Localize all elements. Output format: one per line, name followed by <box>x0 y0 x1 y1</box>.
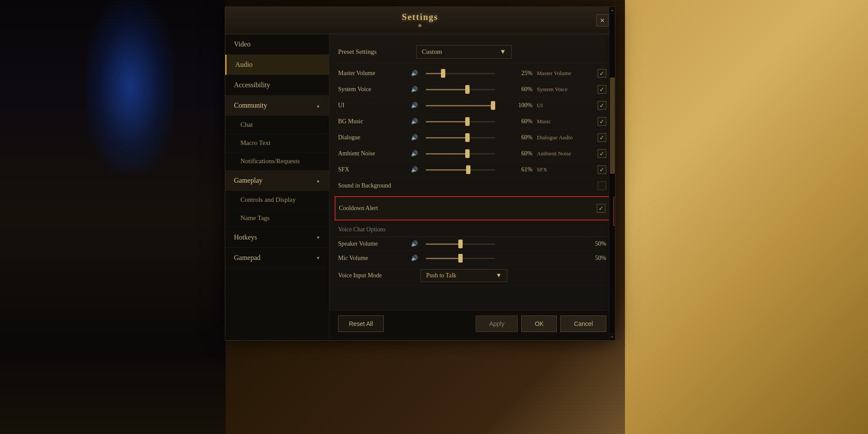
sidebar-accessibility-label: Accessibility <box>234 81 270 89</box>
system-voice-track[interactable] <box>426 89 495 90</box>
footer-right-buttons: Apply OK Cancel <box>476 316 606 332</box>
master-volume-slider-container[interactable] <box>426 73 506 74</box>
master-volume-icon: 🔊 <box>411 70 418 77</box>
cancel-button[interactable]: Cancel <box>560 316 606 332</box>
sfx-track[interactable] <box>426 169 495 171</box>
sfx-fill <box>426 169 468 171</box>
ui-volume-icon: 🔊 <box>411 102 418 109</box>
mic-thumb[interactable] <box>458 254 463 263</box>
footer: Reset All Apply OK Cancel <box>329 310 615 337</box>
ambient-slider-container[interactable] <box>426 153 506 155</box>
dialogue-track[interactable] <box>426 137 495 138</box>
preset-settings-label: Preset Settings <box>338 48 416 56</box>
reset-all-button[interactable]: Reset All <box>338 316 384 332</box>
scroll-down-arrow[interactable]: ▼ <box>609 333 615 340</box>
sidebar: Video Audio Accessibility Community ▲ Ch… <box>225 34 329 337</box>
setting-row-bg-music: BG Music 🔊 60% Music ✓ <box>338 114 606 130</box>
sound-bg-checkbox[interactable] <box>598 181 606 190</box>
sidebar-item-audio[interactable]: Audio <box>225 55 329 75</box>
sidebar-item-hotkeys[interactable]: Hotkeys ▼ <box>225 227 329 248</box>
bg-music-percent: 60% <box>511 118 533 125</box>
bg-music-checkbox[interactable]: ✓ <box>598 117 606 126</box>
system-voice-checkbox[interactable]: ✓ <box>598 85 606 94</box>
sidebar-item-controls[interactable]: Controls and Display <box>225 191 329 209</box>
ambient-thumb[interactable] <box>465 149 470 158</box>
sidebar-item-accessibility[interactable]: Accessibility <box>225 75 329 95</box>
sfx-checkbox[interactable]: ✓ <box>598 165 606 174</box>
bg-left-panel <box>0 0 226 434</box>
gamepad-chevron-down: ▼ <box>316 256 320 260</box>
dialogue-icon: 🔊 <box>411 134 418 141</box>
sidebar-item-gameplay[interactable]: Gameplay ▲ <box>225 171 329 191</box>
settings-body: Video Audio Accessibility Community ▲ Ch… <box>225 34 615 337</box>
sidebar-item-video[interactable]: Video <box>225 34 329 55</box>
sidebar-item-chat[interactable]: Chat <box>225 116 329 134</box>
preset-dropdown[interactable]: Custom ▼ <box>416 45 512 59</box>
sidebar-gameplay-label: Gameplay <box>234 177 263 184</box>
ui-thumb[interactable] <box>491 101 495 110</box>
mic-slider-container[interactable] <box>426 258 580 259</box>
scroll-thumb[interactable] <box>610 78 615 174</box>
voice-input-value: Push to Talk <box>426 272 457 279</box>
cooldown-alert-checkbox[interactable]: ✓ <box>597 204 605 213</box>
ambient-percent: 60% <box>511 150 533 157</box>
sidebar-notifications-label: Notifications/Requests <box>240 158 300 164</box>
dialogue-checkbox[interactable]: ✓ <box>598 133 606 142</box>
bg-music-track[interactable] <box>426 121 495 122</box>
speaker-icon: 🔊 <box>411 240 418 247</box>
sfx-slider-container[interactable] <box>426 169 506 171</box>
mic-icon: 🔊 <box>411 255 418 262</box>
ui-right-label: UI <box>537 102 598 109</box>
setting-row-mic: Mic Volume 🔊 50% <box>338 251 606 266</box>
sidebar-gamepad-label: Gamepad <box>234 254 260 262</box>
master-volume-track[interactable] <box>426 73 495 74</box>
window-title: Settings <box>402 12 438 22</box>
sfx-thumb[interactable] <box>466 165 470 174</box>
voice-input-dropdown[interactable]: Push to Talk ▼ <box>421 269 507 282</box>
speaker-track[interactable] <box>426 243 495 245</box>
master-volume-thumb[interactable] <box>441 69 445 78</box>
ambient-checkbox[interactable]: ✓ <box>598 149 606 158</box>
sidebar-item-notifications[interactable]: Notifications/Requests <box>225 152 329 171</box>
setting-row-system-voice: System Voice 🔊 60% System Voice ✓ <box>338 82 606 98</box>
dialogue-slider-container[interactable] <box>426 137 506 138</box>
hotkeys-chevron-down: ▼ <box>316 235 320 240</box>
sfx-label: SFX <box>338 166 408 173</box>
sidebar-nametags-label: Name Tags <box>240 214 270 221</box>
scrollbar[interactable]: ▲ ▼ <box>609 7 615 340</box>
dialogue-label: Dialogue <box>338 134 408 141</box>
master-volume-checkbox[interactable]: ✓ <box>598 69 606 78</box>
setting-row-sfx: SFX 🔊 61% SFX ✓ <box>338 162 606 178</box>
ui-checkbox[interactable]: ✓ <box>598 101 606 110</box>
speaker-thumb[interactable] <box>458 240 463 248</box>
dialogue-thumb[interactable] <box>465 133 470 142</box>
scroll-up-arrow[interactable]: ▲ <box>609 7 615 14</box>
mic-percent: 50% <box>585 255 606 262</box>
scroll-thumb-area[interactable] <box>609 14 615 333</box>
sidebar-community-label: Community <box>234 102 267 109</box>
ui-label: UI <box>338 102 408 109</box>
bg-music-thumb[interactable] <box>465 117 470 126</box>
bg-music-slider-container[interactable] <box>426 121 506 122</box>
system-voice-thumb[interactable] <box>465 85 470 94</box>
preset-value: Custom <box>422 48 442 56</box>
cooldown-tooltip: Cooldown Alert Toggle notification for s… <box>613 197 615 226</box>
content-scroll[interactable]: Preset Settings Custom ▼ Master Volume 🔊 <box>329 34 615 310</box>
sidebar-item-macro-text[interactable]: Macro Text <box>225 134 329 152</box>
sidebar-hotkeys-label: Hotkeys <box>234 233 257 241</box>
ambient-track[interactable] <box>426 153 495 155</box>
sidebar-item-community[interactable]: Community ▲ <box>225 95 329 116</box>
speaker-label: Speaker Volume <box>338 240 408 247</box>
ui-slider-container[interactable] <box>426 105 506 106</box>
close-button[interactable]: ✕ <box>596 14 608 26</box>
sidebar-item-name-tags[interactable]: Name Tags <box>225 209 329 227</box>
speaker-slider-container[interactable] <box>426 243 580 245</box>
setting-row-master-volume: Master Volume 🔊 25% Master Volume ✓ <box>338 66 606 82</box>
mic-track[interactable] <box>426 258 495 259</box>
system-voice-slider-container[interactable] <box>426 89 506 90</box>
apply-button[interactable]: Apply <box>476 316 518 332</box>
sidebar-item-gamepad[interactable]: Gamepad ▼ <box>225 248 329 268</box>
ui-track[interactable] <box>426 105 495 106</box>
cooldown-alert-label: Cooldown Alert <box>339 205 408 212</box>
ok-button[interactable]: OK <box>521 316 557 332</box>
